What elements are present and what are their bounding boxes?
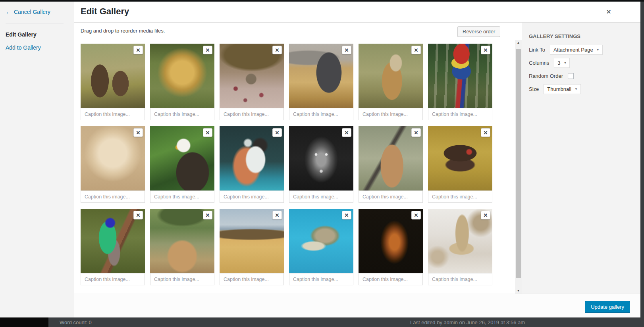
remove-icon: ✕ bbox=[484, 212, 488, 218]
remove-icon: ✕ bbox=[206, 212, 210, 218]
screen: ← Cancel Gallery Edit Gallery Add to Gal… bbox=[0, 0, 644, 327]
caption-input[interactable] bbox=[81, 273, 145, 285]
caption-input[interactable] bbox=[220, 108, 284, 120]
caption-input[interactable] bbox=[428, 190, 492, 203]
caption-input[interactable] bbox=[359, 190, 423, 203]
reorder-instructions: Drag and drop to reorder media files. bbox=[81, 28, 165, 34]
gallery-item[interactable]: ✕ bbox=[150, 209, 214, 285]
gallery-item[interactable]: ✕ bbox=[289, 44, 353, 120]
remove-item-button[interactable]: ✕ bbox=[203, 46, 212, 54]
last-edited-note: Last edited by admin on June 26, 2019 at… bbox=[410, 319, 525, 325]
word-count: Word count: 0 bbox=[60, 319, 92, 325]
remove-item-button[interactable]: ✕ bbox=[203, 211, 212, 219]
remove-item-button[interactable]: ✕ bbox=[411, 128, 421, 137]
columns-select[interactable]: 3 ▼ bbox=[554, 58, 570, 68]
update-gallery-button[interactable]: Update gallery bbox=[585, 301, 630, 313]
caption-input[interactable] bbox=[428, 273, 492, 285]
caption-input[interactable] bbox=[289, 108, 353, 120]
remove-item-button[interactable]: ✕ bbox=[133, 128, 143, 137]
back-arrow-icon: ← bbox=[6, 9, 11, 15]
remove-item-button[interactable]: ✕ bbox=[203, 128, 212, 137]
remove-item-button[interactable]: ✕ bbox=[481, 128, 490, 137]
random-order-checkbox[interactable] bbox=[568, 73, 574, 79]
caption-input[interactable] bbox=[150, 190, 214, 203]
remove-item-button[interactable]: ✕ bbox=[342, 128, 351, 137]
gallery-scrollbar[interactable]: ▲ ▼ bbox=[515, 40, 522, 294]
gallery-item[interactable]: ✕ bbox=[428, 126, 492, 203]
reverse-order-button[interactable]: Reverse order bbox=[457, 26, 500, 37]
gallery-settings-panel: GALLERY SETTINGS Link To Attachment Page… bbox=[522, 23, 640, 294]
remove-item-button[interactable]: ✕ bbox=[411, 46, 421, 54]
remove-icon: ✕ bbox=[136, 47, 141, 53]
menu-divider bbox=[6, 23, 64, 23]
caption-input[interactable] bbox=[289, 273, 353, 285]
gallery-item[interactable]: ✕ bbox=[359, 209, 423, 285]
remove-item-button[interactable]: ✕ bbox=[133, 46, 143, 54]
scroll-up-button[interactable]: ▲ bbox=[515, 40, 522, 46]
menu-item-add-to-gallery[interactable]: Add to Gallery bbox=[6, 44, 41, 51]
cancel-gallery-link[interactable]: ← Cancel Gallery bbox=[6, 9, 50, 15]
remove-icon: ✕ bbox=[484, 47, 488, 53]
scroll-down-button[interactable]: ▼ bbox=[515, 288, 522, 294]
random-order-row: Random Order bbox=[529, 71, 640, 81]
caption-input[interactable] bbox=[150, 108, 214, 120]
menu-item-edit-gallery[interactable]: Edit Gallery bbox=[6, 31, 37, 38]
link-to-select[interactable]: Attachment Page ▼ bbox=[550, 45, 603, 55]
remove-item-button[interactable]: ✕ bbox=[272, 211, 282, 219]
gallery-item[interactable]: ✕ bbox=[220, 44, 284, 120]
remove-icon: ✕ bbox=[345, 212, 349, 218]
media-menu-sidebar: ← Cancel Gallery Edit Gallery Add to Gal… bbox=[0, 2, 74, 317]
remove-icon: ✕ bbox=[345, 47, 349, 53]
gallery-item[interactable]: ✕ bbox=[289, 126, 353, 203]
gallery-item[interactable]: ✕ bbox=[289, 209, 353, 285]
gallery-item[interactable]: ✕ bbox=[359, 44, 423, 120]
remove-item-button[interactable]: ✕ bbox=[411, 211, 421, 219]
caption-input[interactable] bbox=[220, 190, 284, 203]
gallery-item[interactable]: ✕ bbox=[150, 44, 214, 120]
close-icon: ✕ bbox=[606, 8, 611, 15]
remove-icon: ✕ bbox=[414, 47, 418, 53]
size-value: Thumbnail bbox=[547, 86, 571, 92]
remove-icon: ✕ bbox=[136, 212, 141, 218]
chevron-down-icon: ▼ bbox=[596, 48, 600, 52]
gallery-item[interactable]: ✕ bbox=[81, 209, 145, 285]
caption-input[interactable] bbox=[359, 108, 423, 120]
gallery-item[interactable]: ✕ bbox=[81, 126, 145, 203]
page-overlay-bottom: Word count: 0 Last edited by admin on Ju… bbox=[0, 317, 644, 327]
link-to-row: Link To Attachment Page ▼ bbox=[529, 45, 640, 55]
remove-item-button[interactable]: ✕ bbox=[272, 46, 282, 54]
gallery-item[interactable]: ✕ bbox=[428, 209, 492, 285]
remove-item-button[interactable]: ✕ bbox=[272, 128, 282, 137]
remove-item-button[interactable]: ✕ bbox=[481, 46, 490, 54]
cancel-gallery-label: Cancel Gallery bbox=[14, 9, 50, 15]
remove-item-button[interactable]: ✕ bbox=[342, 46, 351, 54]
gallery-item[interactable]: ✕ bbox=[220, 126, 284, 203]
remove-icon: ✕ bbox=[136, 130, 141, 136]
random-order-label: Random Order bbox=[529, 73, 563, 79]
chevron-down-icon: ▼ bbox=[575, 87, 578, 91]
gallery-grid: ✕ ✕ ✕ ✕ ✕ ✕ bbox=[81, 44, 492, 285]
close-modal-button[interactable]: ✕ bbox=[602, 6, 615, 18]
gallery-item[interactable]: ✕ bbox=[150, 126, 214, 203]
gallery-item[interactable]: ✕ bbox=[220, 209, 284, 285]
remove-item-button[interactable]: ✕ bbox=[133, 211, 143, 219]
link-to-label: Link To bbox=[529, 47, 545, 53]
caption-input[interactable] bbox=[289, 190, 353, 203]
caption-input[interactable] bbox=[150, 273, 214, 285]
size-select[interactable]: Thumbnail ▼ bbox=[544, 84, 581, 94]
remove-item-button[interactable]: ✕ bbox=[342, 211, 351, 219]
scrollbar-thumb[interactable] bbox=[516, 49, 521, 278]
page-overlay-right bbox=[640, 2, 644, 317]
scroll-up-icon: ▲ bbox=[517, 41, 520, 44]
caption-input[interactable] bbox=[220, 273, 284, 285]
gallery-item[interactable]: ✕ bbox=[81, 44, 145, 120]
remove-item-button[interactable]: ✕ bbox=[481, 211, 490, 219]
caption-input[interactable] bbox=[81, 108, 145, 120]
caption-input[interactable] bbox=[81, 190, 145, 203]
scroll-down-icon: ▼ bbox=[517, 289, 520, 292]
gallery-item[interactable]: ✕ bbox=[359, 126, 423, 203]
columns-value: 3 bbox=[557, 60, 560, 66]
caption-input[interactable] bbox=[428, 108, 492, 120]
caption-input[interactable] bbox=[359, 273, 423, 285]
gallery-item[interactable]: ✕ bbox=[428, 44, 492, 120]
